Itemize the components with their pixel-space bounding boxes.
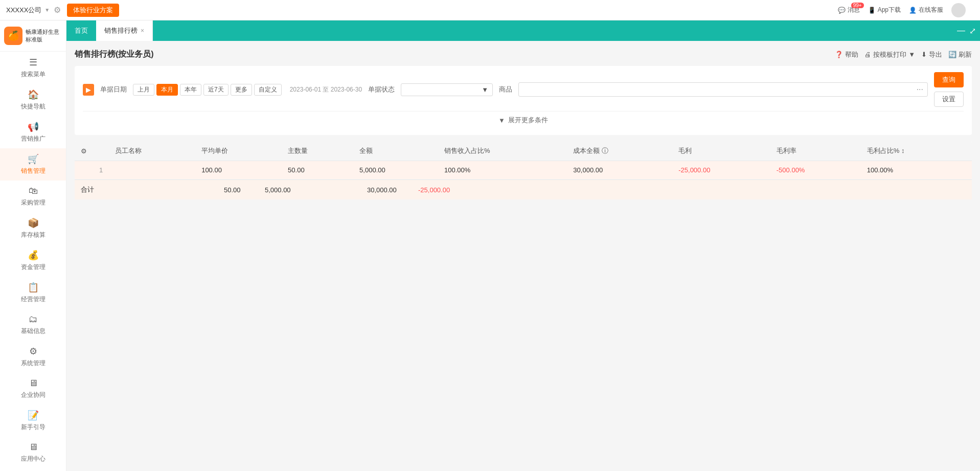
logo-text: 畅康通好生意 标准版	[26, 28, 59, 44]
date-more-btn[interactable]: 更多	[231, 84, 252, 96]
sidebar-item-sales[interactable]: 🛒 销售管理	[0, 148, 66, 181]
sidebar-item-operations[interactable]: 📋 经营管理	[0, 277, 66, 309]
table-row: 1 100.00 50.00 5,000.00 100.00% 30,000.0…	[75, 161, 972, 180]
logo-area: 🍊 畅康通好生意 标准版	[0, 20, 66, 52]
cell-settings	[75, 161, 93, 180]
expand-more-btn[interactable]: ▼ 展开更多条件	[83, 111, 964, 129]
footer-label: 合计	[81, 185, 122, 194]
page-actions: ❓ 帮助 🖨 按模板打印 ▼ ⬇ 导出 🔄 刷新	[835, 50, 972, 59]
col-profit: 毛利	[672, 141, 770, 161]
sidebar-item-purchase[interactable]: 🛍 采购管理	[0, 181, 66, 212]
date-last7-btn[interactable]: 近7天	[203, 84, 229, 96]
inventory-icon: 📦	[28, 217, 39, 229]
date-range: 2023-06-01 至 2023-06-30	[290, 85, 362, 94]
goods-label: 商品	[499, 85, 512, 94]
date-this-month-btn[interactable]: 本月	[156, 84, 178, 96]
goods-input[interactable]: ···	[518, 82, 928, 97]
sidebar-item-apps[interactable]: 🖥 应用中心	[0, 437, 66, 468]
main-layout: 🍊 畅康通好生意 标准版 ☰ 搜索菜单 🏠 快捷导航 📢 营销推广 🛒 销售管理…	[0, 20, 980, 471]
table-footer: 合计 50.00 5,000.00 30,000.00 -25,000.00	[75, 180, 972, 199]
cell-main-qty: 50.00	[282, 161, 353, 180]
download-icon: 📱	[868, 7, 876, 14]
sidebar-item-marketing[interactable]: 📢 营销推广	[0, 116, 66, 148]
print-icon: 🖨	[864, 51, 871, 58]
sidebar-item-search[interactable]: ☰ 搜索菜单	[0, 52, 66, 84]
sidebar-item-wechat[interactable]: 💬 企业微信	[0, 468, 66, 471]
page-title: 销售排行榜(按业务员)	[75, 49, 154, 60]
date-custom-btn[interactable]: 自定义	[254, 84, 282, 96]
sidebar-item-basics[interactable]: 🗂 基础信息	[0, 309, 66, 341]
print-btn[interactable]: 🖨 按模板打印 ▼	[864, 50, 915, 59]
collab-icon: 🖥	[29, 378, 38, 389]
sidebar-item-finance[interactable]: 💰 资金管理	[0, 244, 66, 277]
cell-avg-price: 100.00	[195, 161, 282, 180]
message-btn[interactable]: 💬 消息 99+	[838, 6, 860, 14]
guide-icon: 📝	[28, 410, 39, 421]
basics-icon: 🗂	[29, 314, 38, 325]
tab-home[interactable]: 首页	[66, 20, 96, 41]
help-icon: ❓	[835, 51, 843, 58]
date-this-year-btn[interactable]: 本年	[180, 84, 201, 96]
tab-expand-btn[interactable]: ⤢	[969, 26, 976, 36]
export-btn[interactable]: ⬇ 导出	[921, 50, 942, 59]
page-header: 销售排行榜(按业务员) ❓ 帮助 🖨 按模板打印 ▼ ⬇ 导出	[75, 49, 972, 60]
top-bar: XXXXX公司 ▼ ⚙ 体验行业方案 💬 消息 99+ 📱 App下载 👤 在线…	[0, 0, 980, 20]
tab-bar: 首页 销售排行榜 × — ⤢	[66, 20, 980, 41]
sidebar-item-inventory[interactable]: 📦 库存核算	[0, 212, 66, 244]
footer-amount: 5,000.00	[265, 186, 316, 194]
sidebar-item-guide[interactable]: 📝 新手引导	[0, 405, 66, 437]
logo-icon: 🍊	[4, 27, 22, 45]
tab-close-icon[interactable]: ×	[141, 27, 144, 34]
tab-minimize-btn[interactable]: —	[957, 26, 965, 35]
date-last-month-btn[interactable]: 上月	[133, 84, 154, 96]
filter-dots-icon: ···	[917, 85, 923, 94]
company-name: XXXXX公司	[6, 6, 41, 15]
cell-amount: 5,000.00	[353, 161, 438, 180]
footer-profit: -25,000.00	[418, 186, 469, 194]
refresh-btn[interactable]: 🔄 刷新	[948, 50, 972, 59]
content-area: 首页 销售排行榜 × — ⤢ 销售排行榜(按业务员) ❓ 帮助	[66, 20, 980, 471]
filter-toggle-btn[interactable]: ▶	[83, 84, 94, 96]
status-chevron-icon: ▼	[482, 86, 488, 94]
col-rank	[93, 141, 109, 161]
operations-icon: 📋	[28, 282, 39, 293]
help-btn[interactable]: ❓ 帮助	[835, 50, 858, 59]
footer-main-qty: 50.00	[224, 186, 265, 194]
table-header: ⚙ 员工名称 平均单价 主数量 全额 销售收入占比% 成本全额 ⓘ 毛利 毛利率…	[75, 141, 972, 161]
sidebar-item-collab[interactable]: 🖥 企业协同	[0, 373, 66, 405]
table-section: ⚙ 员工名称 平均单价 主数量 全额 销售收入占比% 成本全额 ⓘ 毛利 毛利率…	[75, 141, 972, 180]
query-area: 查询 设置	[934, 72, 964, 107]
home-icon: 🏠	[28, 89, 39, 100]
print-chevron-icon: ▼	[908, 51, 915, 58]
status-select[interactable]: ▼	[401, 83, 493, 96]
finance-icon: 💰	[28, 250, 39, 261]
filter-section: ▶ 单据日期 上月 本月 本年 近7天 更多 自定义 2023-06-01 至 …	[75, 66, 972, 135]
refresh-icon: 🔄	[948, 51, 956, 58]
col-amount: 全额	[353, 141, 438, 161]
setting-button[interactable]: 设置	[934, 92, 964, 107]
col-avg-price: 平均单价	[195, 141, 282, 161]
company-selector[interactable]: XXXXX公司 ▼	[6, 6, 50, 15]
data-table: ⚙ 员工名称 平均单价 主数量 全额 销售收入占比% 成本全额 ⓘ 毛利 毛利率…	[75, 141, 972, 180]
col-settings[interactable]: ⚙	[75, 141, 93, 161]
cell-name	[109, 161, 195, 180]
avatar[interactable]	[951, 3, 966, 17]
cell-profit: -25,000.00	[672, 161, 770, 180]
app-download-btn[interactable]: 📱 App下载	[868, 6, 901, 14]
cell-profit-pct: 100.00%	[861, 161, 972, 180]
online-service-btn[interactable]: 👤 在线客服	[909, 6, 943, 14]
query-button[interactable]: 查询	[934, 72, 964, 87]
cell-cost: 30,000.00	[567, 161, 672, 180]
message-icon: 💬	[838, 7, 846, 14]
chevron-down-expand-icon: ▼	[498, 117, 505, 124]
footer-cost: 30,000.00	[367, 186, 418, 194]
sidebar-item-system[interactable]: ⚙ 系统管理	[0, 341, 66, 373]
settings-icon[interactable]: ⚙	[54, 5, 61, 15]
col-profit-rate: 毛利率	[770, 141, 861, 161]
purchase-icon: 🛍	[29, 186, 38, 196]
system-icon: ⚙	[29, 346, 37, 357]
top-right-actions: 💬 消息 99+ 📱 App下载 👤 在线客服	[838, 3, 974, 17]
tab-sales-ranking[interactable]: 销售排行榜 ×	[96, 20, 153, 41]
trial-button[interactable]: 体验行业方案	[67, 4, 119, 17]
sidebar-item-nav[interactable]: 🏠 快捷导航	[0, 84, 66, 116]
